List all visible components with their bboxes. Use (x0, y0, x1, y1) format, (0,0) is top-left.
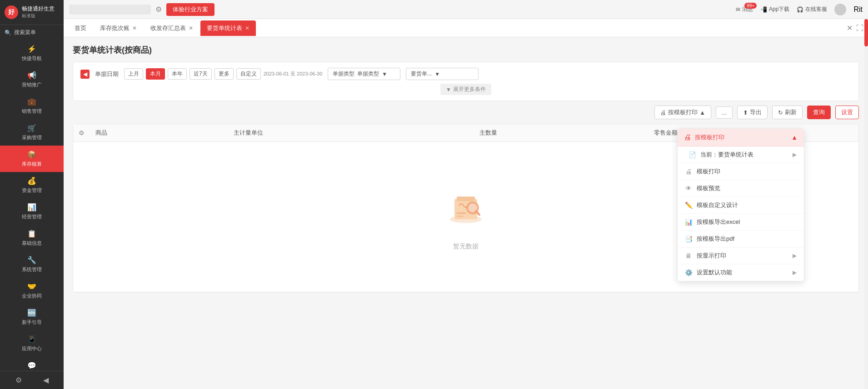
refresh-icon: ↻ (778, 109, 783, 116)
filter-bar: ◀ 单据日期 上月 本月 本年 近7天 更多 自定义 2023-06-01 至 … (73, 62, 859, 101)
date-btn-this-month[interactable]: 本月 (146, 68, 165, 80)
svg-rect-6 (457, 212, 466, 214)
template-pdf-icon: 📑 (685, 235, 692, 242)
svg-rect-2 (457, 197, 475, 201)
online-service-icon: 🎧 (797, 6, 803, 13)
page-title: 要货单统计表(按商品) (73, 45, 859, 56)
sidebar-item-operations[interactable]: 📊 经营管理 (0, 198, 64, 225)
table-settings-icon[interactable]: ⚙ (79, 129, 85, 136)
tab-receipt-summary-close[interactable]: ✕ (189, 25, 193, 31)
sidebar-item-marketing[interactable]: 📢 营销推广 (0, 66, 64, 93)
col-goods: 商品 (90, 124, 228, 142)
dropdown-template-design[interactable]: ✏️ 模板自定义设计 (678, 197, 804, 214)
sidebar-item-quick-nav[interactable]: ⚡ 快捷导航 (0, 40, 64, 66)
col-quantity: 主数量 (474, 124, 648, 142)
query-btn[interactable]: 查询 (807, 106, 831, 119)
tab-order-stats-close[interactable]: ✕ (245, 25, 249, 31)
dropdown-template-excel[interactable]: 📊 按模板导出excel (678, 214, 804, 231)
sidebar-bottom: ⚙ ◀ (0, 371, 64, 389)
right-scrollbar[interactable] (864, 19, 868, 389)
display-print-icon: 🖥 (685, 252, 692, 259)
sidebar-item-label: 经营管理 (22, 213, 42, 220)
close-window-icon[interactable]: ✕ (847, 24, 853, 32)
settings-btn[interactable]: 设置 (835, 106, 859, 119)
tab-batch-account-close[interactable]: ✕ (132, 25, 137, 31)
set-default-label: 设置默认功能 (697, 268, 732, 277)
template-design-icon: ✏️ (685, 202, 692, 209)
sidebar-item-label: 新手引导 (22, 319, 42, 326)
tab-batch-account-label: 库存批次账 (100, 24, 130, 32)
date-filter-label: 单据日期 (95, 70, 119, 78)
print-template-btn[interactable]: 🖨 按模板打印 ▲ (654, 106, 711, 119)
maximize-icon[interactable]: ⛶ (856, 24, 863, 32)
sidebar-item-collab[interactable]: 🤝 企业协同 (0, 278, 64, 304)
goods-filter-select[interactable]: 要货单... ▼ (406, 68, 479, 80)
dropdown-header[interactable]: 🖨 按模板打印 ▲ (678, 129, 804, 147)
filter-row: ◀ 单据日期 上月 本月 本年 近7天 更多 自定义 2023-06-01 至 … (80, 68, 851, 80)
sidebar-item-app-center[interactable]: 📱 应用中心 (0, 330, 64, 357)
expand-more-label: 展开更多条件 (453, 86, 486, 93)
date-btn-custom[interactable]: 自定义 (236, 68, 261, 80)
online-service-btn[interactable]: 🎧 在线客服 (797, 5, 827, 13)
search-menu[interactable]: 🔍 搜索菜单 (0, 25, 64, 40)
tab-home[interactable]: 首页 (68, 20, 93, 36)
more-options-btn[interactable]: ... (716, 106, 733, 119)
col-unit: 主计量单位 (228, 124, 474, 142)
dropdown-template-print[interactable]: 🖨 模板打印 (678, 163, 804, 180)
dropdown-template-preview[interactable]: 👁 模板预览 (678, 180, 804, 197)
sidebar-item-guide[interactable]: 🆕 新手引导 (0, 304, 64, 330)
refresh-btn[interactable]: ↻ 刷新 (772, 106, 803, 119)
date-btn-7days[interactable]: 近7天 (190, 68, 212, 80)
dropdown-current-left: 📄 当前：要货单统计表 (688, 151, 753, 159)
collapse-sidebar-icon[interactable]: ◀ (43, 376, 49, 384)
tab-receipt-summary[interactable]: 收发存汇总表 ✕ (144, 20, 200, 36)
settings-icon[interactable]: ⚙ (15, 376, 22, 384)
print-template-dropdown: 🖨 按模板打印 ▲ 📄 当前：要货单统计表 ▶ 🖨 模板打印 👁 模板预览 (677, 128, 804, 282)
sidebar-item-sales[interactable]: 💼 销售管理 (0, 93, 64, 119)
sidebar-item-finance[interactable]: 💰 资金管理 (0, 172, 64, 198)
sidebar-item-inventory[interactable]: 📦 库存核算 (0, 146, 64, 172)
tab-home-label: 首页 (75, 24, 86, 32)
dropdown-set-default[interactable]: ⚙️ 设置默认功能 ▶ (678, 264, 804, 281)
sidebar-item-wechat[interactable]: 💬 企业微信 (0, 357, 64, 371)
export-btn[interactable]: ⬆ 导出 (737, 106, 768, 119)
header-left: ⚙ 体验行业方案 (69, 3, 215, 16)
sales-icon: 💼 (27, 97, 36, 106)
expand-more-btn[interactable]: ▼ 展开更多条件 (440, 84, 491, 95)
display-print-chevron: ▶ (793, 253, 797, 259)
app-download-btn[interactable]: 📲 App下载 (760, 5, 789, 13)
export-label: 导出 (750, 108, 762, 116)
collab-icon: 🤝 (27, 282, 36, 291)
marketing-icon: 📢 (27, 71, 36, 80)
collapse-icon[interactable]: ◀ (80, 70, 90, 79)
sidebar-item-basic-info[interactable]: 📋 基础信息 (0, 225, 64, 251)
inventory-icon: 📦 (27, 150, 36, 159)
dropdown-current-label: 当前：要货单统计表 (700, 151, 753, 159)
dropdown-display-print[interactable]: 🖥 按显示打印 ▶ (678, 248, 804, 264)
tab-order-stats[interactable]: 要货单统计表 ✕ (200, 20, 256, 36)
sidebar-item-purchase[interactable]: 🛒 采购管理 (0, 119, 64, 146)
empty-text: 暂无数据 (453, 242, 479, 251)
header-gear-icon[interactable]: ⚙ (155, 5, 162, 14)
sidebar-item-label: 资金管理 (22, 187, 42, 194)
sidebar-nav: ⚡ 快捷导航 📢 营销推广 💼 销售管理 🛒 采购管理 📦 库存核算 💰 资金管… (0, 40, 64, 371)
date-btn-last-month[interactable]: 上月 (124, 68, 143, 80)
page-content: 要货单统计表(按商品) ◀ 单据日期 上月 本月 本年 近7天 更多 自定义 2… (64, 37, 868, 389)
breadcrumb-input[interactable] (69, 5, 151, 15)
sidebar-item-system[interactable]: 🔧 系统管理 (0, 251, 64, 278)
top-header: ⚙ 体验行业方案 ✉ 消息 99+ 📲 App下载 🎧 在线客服 Rit (64, 0, 868, 19)
tab-batch-account[interactable]: 库存批次账 ✕ (94, 20, 143, 36)
dropdown-template-pdf[interactable]: 📑 按模板导出pdf (678, 231, 804, 248)
finance-icon: 💰 (27, 177, 36, 185)
set-default-icon: ⚙️ (685, 269, 692, 276)
industry-btn[interactable]: 体验行业方案 (166, 3, 215, 16)
window-controls: ✕ ⛶ (847, 24, 863, 32)
message-btn[interactable]: ✉ 消息 99+ (736, 5, 753, 13)
dropdown-current-template[interactable]: 📄 当前：要货单统计表 ▶ (678, 147, 804, 163)
date-btn-more[interactable]: 更多 (215, 68, 234, 80)
expand-icon: ▼ (446, 86, 451, 93)
display-print-left: 🖥 按显示打印 (685, 252, 726, 260)
doc-type-select[interactable]: 单据类型 单据类型 ▼ (328, 68, 400, 80)
date-btn-this-year[interactable]: 本年 (168, 68, 187, 80)
user-avatar[interactable] (834, 4, 846, 15)
